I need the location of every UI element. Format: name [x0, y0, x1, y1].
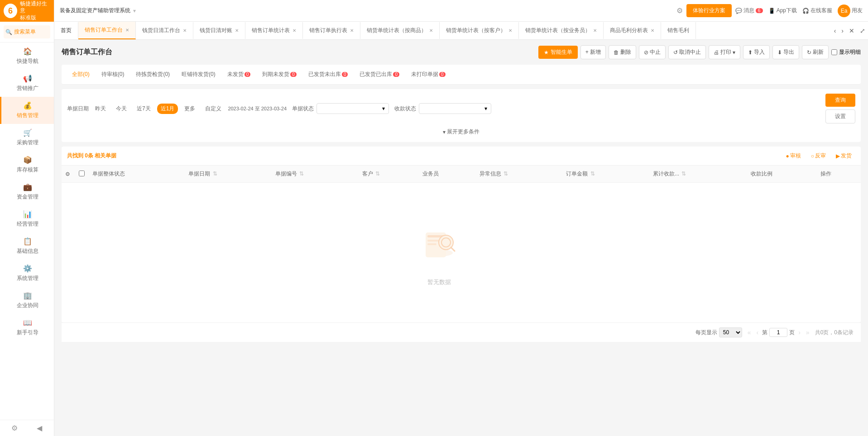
subtab-expired-not-shipped[interactable]: 到期未发货0 — [257, 68, 302, 81]
tab-cash-clear[interactable]: 钱货日清工作台 ✕ — [136, 22, 193, 39]
tab-close-icon[interactable]: ✕ — [183, 28, 187, 33]
online-service-button[interactable]: 🎧 在线客服 — [802, 7, 832, 14]
chevron-down-icon: ▾ — [382, 105, 385, 112]
status-filter-select[interactable]: ▾ — [317, 103, 389, 114]
next-page-button[interactable]: › — [796, 328, 802, 337]
page-number-input[interactable] — [769, 328, 787, 337]
tab-product-margin[interactable]: 商品毛利分析表 ✕ — [604, 22, 661, 39]
sidebar-item-operation[interactable]: 📊 经营管理 — [0, 205, 54, 232]
sort-icon: ⇅ — [213, 171, 217, 177]
last-page-button[interactable]: » — [804, 328, 811, 337]
headset-icon: 🎧 — [802, 8, 809, 14]
date-today-btn[interactable]: 今天 — [112, 104, 130, 114]
sidebar-item-guide[interactable]: 📖 新手引导 — [0, 314, 54, 341]
subtab-wangpu-pending[interactable]: 旺铺待发货(0) — [177, 68, 221, 81]
star-icon: ★ — [544, 49, 549, 56]
building-icon: 🏢 — [23, 291, 32, 300]
import-button[interactable]: ⬆ 导入 — [743, 45, 770, 59]
tab-scroll-right-button[interactable]: › — [839, 24, 846, 38]
tab-close-icon[interactable]: ✕ — [651, 28, 654, 33]
date-yesterday-btn[interactable]: 昨天 — [91, 104, 110, 114]
sidebar-settings-button[interactable]: ⚙ — [4, 424, 25, 432]
tab-sales-more[interactable]: 销售毛利 — [661, 22, 696, 39]
first-page-button[interactable]: « — [746, 328, 753, 337]
tab-sales-stats[interactable]: 销售订单统计表 ✕ — [245, 22, 303, 39]
export-icon: ⬇ — [777, 49, 782, 56]
table-action-buttons: ● 审核 ○ 反审 ▶ 发货 — [782, 150, 856, 161]
date-1month-btn[interactable]: 近1月 — [157, 104, 178, 114]
print-button[interactable]: 🖨 打印 ▾ — [709, 45, 740, 59]
refresh-button[interactable]: ↻ 刷新 — [802, 45, 829, 59]
subtab-not-shipped[interactable]: 未发货0 — [222, 68, 256, 81]
industry-solution-button[interactable]: 体验行业方案 — [686, 4, 732, 17]
smart-create-button[interactable]: ★ 智能生单 — [538, 46, 578, 59]
tab-close-icon[interactable]: ✕ — [508, 28, 512, 33]
column-collected: 累计收款... ⇅ — [649, 166, 747, 183]
tab-close-icon[interactable]: ✕ — [293, 28, 296, 33]
table-header-row: ⚙ 单据整体状态 单据日期 ⇅ — [62, 166, 861, 183]
pagination: 每页显示 50 100 200 « ‹ 第 页 › » 共0页，0条记录 — [62, 322, 861, 342]
cancel-stop-button[interactable]: ↺ 取消中止 — [668, 45, 706, 59]
sidebar-search-area: 🔍 搜索菜单 — [0, 22, 54, 43]
tab-sales-unified-product[interactable]: 销货单统计表（按商品） ✕ — [360, 22, 440, 39]
export-button[interactable]: ⬇ 导出 — [772, 45, 799, 59]
query-button[interactable]: 查询 — [825, 94, 855, 107]
select-all-checkbox[interactable] — [79, 171, 85, 176]
unreview-button[interactable]: ○ 反审 — [807, 150, 830, 161]
set-button[interactable]: 设置 — [825, 109, 855, 123]
import-icon: ⬆ — [748, 49, 753, 56]
page-size-select[interactable]: 50 100 200 — [719, 327, 742, 337]
tab-home[interactable]: 首页 — [54, 22, 78, 39]
sidebar-item-system[interactable]: ⚙️ 系统管理 — [0, 260, 54, 287]
empty-illustration — [417, 219, 462, 273]
payment-filter-select[interactable]: ▾ — [419, 103, 491, 114]
tab-cash-reconcile[interactable]: 钱货日清对账 ✕ — [193, 22, 245, 39]
tab-scroll-left-button[interactable]: ‹ — [831, 24, 839, 38]
user-menu-button[interactable]: Ea 用友 — [838, 5, 863, 17]
date-7days-btn[interactable]: 近7天 — [133, 104, 154, 114]
tab-close-icon[interactable]: ✕ — [125, 28, 129, 33]
expand-conditions-button[interactable]: ▾ 展开更多条件 — [439, 126, 483, 137]
date-custom-btn[interactable]: 自定义 — [201, 104, 225, 114]
prev-page-button[interactable]: ‹ — [755, 328, 761, 337]
sidebar-item-finance[interactable]: 💼 资金管理 — [0, 178, 54, 205]
tab-close-icon[interactable]: ✕ — [235, 28, 239, 33]
page-nav: « ‹ 第 页 › » — [746, 328, 811, 337]
sidebar-item-inventory[interactable]: 📦 库存核算 — [0, 151, 54, 178]
tab-close-icon[interactable]: ✕ — [593, 28, 597, 33]
tab-sales-unified-customer[interactable]: 销货单统计表（按客户） ✕ — [440, 22, 519, 39]
sidebar-item-quick-nav[interactable]: 🏠 快捷导航 — [0, 43, 54, 70]
tab-close-all-button[interactable]: ✕ — [846, 24, 857, 38]
date-more-btn[interactable]: 更多 — [181, 104, 199, 114]
sidebar-item-sales[interactable]: 💰 销售管理 — [0, 97, 54, 124]
stop-button[interactable]: ⊘ 中止 — [639, 45, 666, 59]
add-button[interactable]: + 新增 — [580, 45, 606, 59]
tab-sales-unified-staff[interactable]: 销货单统计表（按业务员） ✕ — [519, 22, 604, 39]
sidebar-item-marketing[interactable]: 📢 营销推广 — [0, 70, 54, 97]
message-button[interactable]: 💬 消息 6 — [735, 7, 763, 14]
tab-expand-button[interactable]: ⤢ — [857, 24, 868, 38]
search-menu-button[interactable]: 🔍 搜索菜单 — [4, 25, 50, 38]
tab-sales-workbench[interactable]: 销售订单工作台 ✕ — [78, 22, 136, 39]
ship-button[interactable]: ▶ 发货 — [832, 150, 855, 161]
subtab-not-printed[interactable]: 未打印单据0 — [406, 68, 451, 81]
delete-button[interactable]: 🗑 删除 — [609, 45, 636, 59]
subtab-pending-check[interactable]: 待拣货检货(0) — [131, 68, 175, 81]
sidebar-item-enterprise[interactable]: 🏢 企业协同 — [0, 287, 54, 314]
tab-close-icon[interactable]: ✕ — [429, 28, 433, 33]
topbar-settings-button[interactable]: ⚙ — [676, 6, 683, 15]
sidebar-collapse-button[interactable]: ◀ — [29, 424, 51, 432]
sidebar-item-basic[interactable]: 📋 基础信息 — [0, 232, 54, 260]
tab-sales-exec[interactable]: 销售订单执行表 ✕ — [303, 22, 360, 39]
tab-close-icon[interactable]: ✕ — [350, 28, 354, 33]
sidebar-item-purchase[interactable]: 🛒 采购管理 — [0, 124, 54, 151]
table-scroll-area: ⚙ 单据整体状态 单据日期 ⇅ — [62, 166, 861, 322]
subtab-shipped-not-out[interactable]: 已发货未出库0 — [303, 68, 353, 81]
show-detail-checkbox[interactable] — [831, 49, 837, 55]
subtab-shipped-out[interactable]: 已发货已出库0 — [355, 68, 404, 81]
review-button[interactable]: ● 审核 — [782, 150, 805, 161]
subtab-all[interactable]: 全部(0) — [67, 68, 95, 81]
show-detail-checkbox-label[interactable]: 显示明细 — [831, 48, 861, 56]
app-download-button[interactable]: 📱 App下载 — [768, 7, 797, 14]
subtab-pending-review[interactable]: 待审核(0) — [96, 68, 129, 81]
